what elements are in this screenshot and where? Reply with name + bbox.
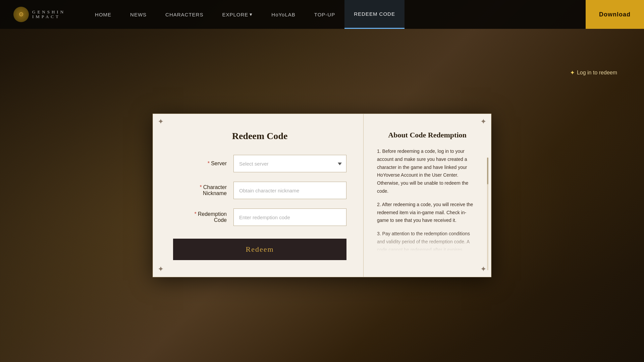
character-nickname-row: *CharacterNickname	[173, 182, 346, 199]
right-panel-title: About Code Redemption	[377, 131, 478, 139]
nav-explore[interactable]: EXPLORE ▾	[213, 0, 262, 29]
main-content: ✦ Log in to redeem ✦ ✦ ✦ ✦ Redeem Code *…	[0, 29, 644, 362]
logo-icon: ⚙	[13, 7, 29, 22]
redeem-button[interactable]: Redeem	[173, 239, 346, 260]
nav-topup[interactable]: TOP-UP	[305, 0, 344, 29]
info-point-2: 2. After redeeming a code, you will rece…	[377, 201, 478, 225]
server-select[interactable]: Select server Asia Europe North America …	[233, 155, 346, 172]
character-nickname-label: *CharacterNickname	[173, 184, 227, 196]
redemption-code-label: *RedemptionCode	[173, 211, 227, 223]
logo[interactable]: ⚙ GENSHIN IMPACT	[13, 7, 65, 22]
info-point-1: 1. Before redeeming a code, log in to yo…	[377, 147, 478, 195]
character-nickname-input[interactable]	[233, 182, 346, 199]
star-icon: ✦	[570, 69, 575, 76]
chevron-down-icon: ▾	[250, 11, 253, 17]
corner-bl: ✦	[156, 264, 166, 274]
nav-news[interactable]: NEWS	[121, 0, 156, 29]
server-select-wrapper: Select server Asia Europe North America …	[233, 155, 346, 172]
right-panel-content: 1. Before redeeming a code, log in to yo…	[377, 147, 478, 251]
login-to-redeem-label: Log in to redeem	[577, 70, 617, 76]
scrollbar-thumb	[487, 158, 488, 184]
server-row: *Server Select server Asia Europe North …	[173, 155, 346, 172]
panel-title: Redeem Code	[173, 131, 346, 141]
login-to-redeem[interactable]: ✦ Log in to redeem	[570, 69, 617, 76]
redemption-code-row: *RedemptionCode	[173, 208, 346, 226]
left-panel: Redeem Code *Server Select server Asia E…	[153, 114, 364, 277]
required-star-character: *	[200, 184, 202, 190]
required-star-code: *	[194, 211, 196, 217]
navbar: ⚙ GENSHIN IMPACT HOME NEWS CHARACTERS EX…	[0, 0, 644, 29]
fade-out	[377, 231, 478, 251]
nav-links: HOME NEWS CHARACTERS EXPLORE ▾ HoYoLAB T…	[86, 0, 598, 29]
nav-redeemcode[interactable]: REDEEM CODE	[344, 0, 405, 29]
scrollbar[interactable]	[487, 158, 488, 270]
right-panel: About Code Redemption 1. Before redeemin…	[364, 114, 491, 277]
corner-tl: ✦	[156, 117, 166, 127]
nav-home[interactable]: HOME	[86, 0, 121, 29]
download-button[interactable]: Download	[586, 0, 644, 29]
nav-hoyolab[interactable]: HoYoLAB	[262, 0, 305, 29]
redeem-modal: ✦ ✦ ✦ ✦ Redeem Code *Server Select serve…	[153, 114, 491, 277]
required-star-server: *	[208, 161, 210, 166]
nav-characters[interactable]: CHARACTERS	[156, 0, 213, 29]
logo-text: GENSHIN IMPACT	[32, 10, 65, 19]
server-label: *Server	[173, 161, 227, 167]
redemption-code-input[interactable]	[233, 208, 346, 226]
